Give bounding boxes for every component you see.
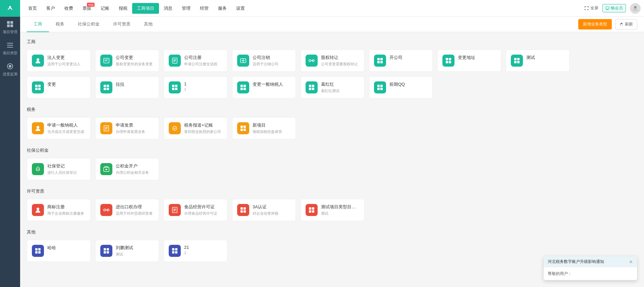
refresh-button[interactable]: 刷新 [615, 19, 637, 29]
card-name: 公司变更 [116, 55, 154, 61]
svg-rect-36 [517, 61, 520, 63]
notification-popup: 河北税务数字账户升级影响通知 ✕ 尊敬的用户： [543, 256, 637, 280]
nav-services[interactable]: 服务 [213, 0, 231, 17]
nav-tickets[interactable]: 票据 new [78, 0, 96, 17]
card-equity-transfer[interactable]: 股权转让 公司变更需要股权转让 [301, 50, 364, 72]
topnav: 首页 客户 收费 票据 new 记账 报税 工商项目 消息 管理 经营 [20, 0, 644, 17]
card-desc: 1 [184, 251, 222, 255]
svg-rect-57 [377, 85, 380, 87]
card-fund-account[interactable]: 公积金开户 办理公积金相关业务 [95, 158, 159, 180]
card-company-register[interactable]: 公司注册 申请公司注册全流程 [164, 50, 227, 72]
card-info: 测试项目类型目定义 测试 [321, 204, 359, 216]
svg-rect-88 [104, 251, 106, 254]
svg-rect-54 [312, 85, 314, 87]
sidebar-item-project-types[interactable]: 项目类型 [0, 38, 20, 59]
nav-operations[interactable]: 经营 [195, 0, 213, 17]
notification-title: 河北税务数字账户升级影响通知 [548, 259, 604, 265]
svg-rect-38 [38, 85, 41, 87]
svg-rect-33 [514, 58, 517, 60]
svg-rect-7 [7, 45, 13, 46]
refresh-icon [620, 22, 624, 26]
card-legal-change[interactable]: 法人变更 适用于公司变更法人 [27, 50, 91, 72]
card-change-taxpayer[interactable]: 变更一般纳税人 [232, 76, 296, 98]
card-food-license[interactable]: 食品经营许可证 办理食品经营许可证 [164, 199, 227, 221]
card-info: 开公司 [389, 55, 428, 62]
tab-license[interactable]: 许可资质 [106, 17, 137, 32]
main-area: 首页 客户 收费 票据 new 记账 报税 工商项目 消息 管理 经营 [20, 0, 644, 287]
card-new-project[interactable]: 新项目 报税加税控盘保管 [232, 117, 296, 139]
card-num1[interactable]: 1 1 [164, 76, 227, 98]
avatar[interactable] [630, 3, 641, 14]
card-company-change[interactable]: 公司变更 股权变更外的业务变更 [95, 50, 159, 72]
card-open-company[interactable]: 开公司 [369, 50, 433, 72]
card-social-register[interactable]: 社保登记 进行人员社保登记 [27, 158, 91, 180]
card-desc: 公司变更需要股权转让 [321, 62, 359, 67]
card-haha[interactable]: 哈哈 [27, 240, 91, 262]
tab-industry[interactable]: 工商 [27, 17, 49, 32]
card-lala[interactable]: 拉拉 [95, 76, 159, 98]
nav-tax[interactable]: 报税 [114, 0, 132, 17]
scroll-content[interactable]: 工商 法人变更 适用于公司变更法人 [20, 32, 644, 287]
tab-tax[interactable]: 税务 [49, 17, 71, 32]
svg-point-10 [9, 65, 11, 67]
card-qianqi-qq[interactable]: 前期QQ [369, 76, 433, 98]
card-ge-hong-hong[interactable]: 葛红红 葛红红测试 [301, 76, 364, 98]
card-name: 公司注册 [184, 55, 222, 61]
card-icon [32, 55, 44, 67]
card-test-type-def[interactable]: 测试项目类型目定义 测试 [301, 199, 364, 221]
svg-rect-84 [35, 251, 38, 254]
card-apply-invoice[interactable]: 申请发票 办理申请发票业务 [95, 117, 159, 139]
nav-home[interactable]: 首页 [23, 0, 42, 17]
sidebar-logo[interactable] [0, 0, 20, 17]
member-btn[interactable]: 畅会员 [602, 4, 626, 12]
card-tax-report-accounting[interactable]: 税务报道+记账 拿到营业执照的新公司 [164, 117, 227, 139]
tab-social-fund[interactable]: 社保公积金 [71, 17, 106, 32]
sidebar-item-project-management[interactable]: 项目管理 [0, 17, 20, 38]
tab-header: 工商 税务 社保公积金 许可资质 其他 [20, 17, 644, 32]
card-info: 公司注册 申请公司注册全流程 [184, 55, 222, 67]
card-name: 刘鹏测试 [116, 245, 154, 251]
svg-rect-32 [449, 61, 451, 63]
nav-management[interactable]: 管理 [177, 0, 195, 17]
card-num21[interactable]: 21 1 [164, 240, 227, 262]
card-liupeng-test[interactable]: 刘鹏测试 测试 [95, 240, 159, 262]
nav-billing[interactable]: 收费 [60, 0, 78, 17]
card-company-cancel[interactable]: 公司注销 适用于注销公司 [232, 50, 296, 72]
card-change-address[interactable]: 变更地址 [437, 50, 501, 72]
card-info: 变更地址 [458, 55, 496, 62]
nav-customer[interactable]: 客户 [42, 0, 60, 17]
add-type-button[interactable]: 新增业务类型 [578, 19, 612, 29]
nav-industry[interactable]: 工商项目 [132, 3, 159, 14]
sidebar-item-progress-monitor[interactable]: 进度监测 [0, 59, 20, 80]
industry-section: 工商 法人变更 适用于公司变更法人 [27, 39, 637, 98]
card-name: 法人变更 [47, 55, 86, 61]
svg-rect-87 [107, 248, 109, 250]
project-management-icon [6, 20, 14, 28]
card-icon [100, 204, 112, 216]
svg-rect-44 [107, 88, 109, 90]
tax-section: 税务 申请一般纳税人 当月或次月成变更完成 [27, 106, 637, 139]
tab-other[interactable]: 其他 [137, 17, 159, 32]
fullscreen-btn[interactable]: 全屏 [584, 5, 598, 11]
topnav-right: 全屏 畅会员 [584, 3, 641, 14]
svg-point-71 [104, 209, 106, 211]
svg-rect-86 [104, 248, 106, 250]
nav-messages[interactable]: 消息 [159, 0, 177, 17]
notification-close-button[interactable]: ✕ [629, 259, 633, 265]
card-apply-taxpayer[interactable]: 申请一般纳税人 当月或次月成变更完成 [27, 117, 91, 139]
card-info: 哈哈 [47, 245, 86, 252]
card-icon [32, 163, 44, 175]
nav-settings[interactable]: 设置 [231, 0, 250, 17]
svg-rect-29 [446, 58, 448, 60]
card-3a-cert[interactable]: 3A认证 对企业信誉评级 [232, 199, 296, 221]
card-test[interactable]: 测试 [506, 50, 570, 72]
card-icon [442, 55, 454, 67]
card-icon [169, 122, 181, 134]
svg-point-13 [634, 6, 637, 9]
card-import-export[interactable]: 进出口权办理 适用于对外贸易经营者 [95, 199, 159, 221]
card-info: 公司变更 股权变更外的业务变更 [116, 55, 154, 67]
nav-accounting[interactable]: 记账 [96, 0, 114, 17]
card-change[interactable]: 变更 [27, 76, 91, 98]
card-trademark[interactable]: 商标注册 用于企业商标注册服务 [27, 199, 91, 221]
card-name: 3A认证 [253, 204, 291, 210]
